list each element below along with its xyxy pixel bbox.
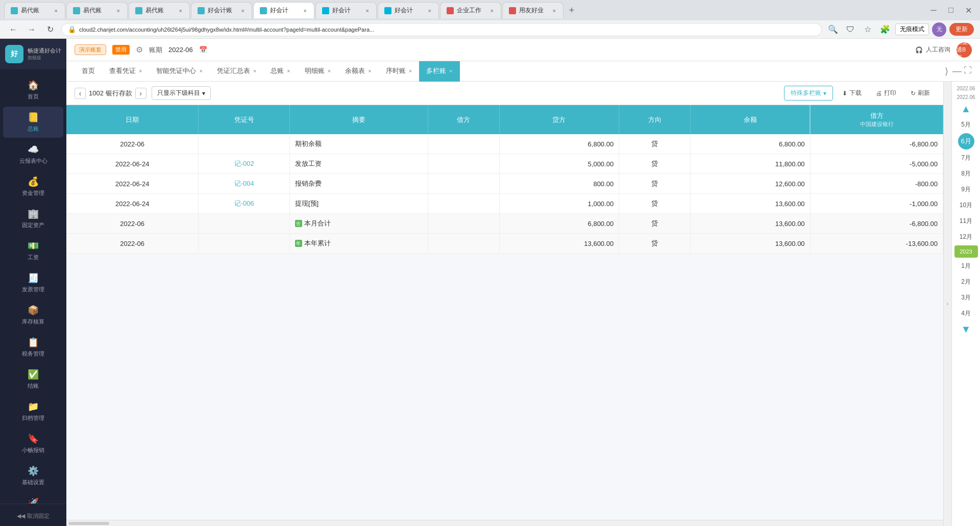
restore-button[interactable]: □: [943, 3, 959, 18]
cell-voucher-link[interactable]: 记-004: [199, 174, 290, 194]
sidebar-item-funds[interactable]: 💰 资金管理: [3, 171, 63, 202]
tab-close-6[interactable]: ×: [365, 7, 370, 15]
browser-user-avatar[interactable]: 无: [932, 22, 946, 37]
sidebar-item-invoice[interactable]: 🧾 发票管理: [3, 267, 63, 298]
tab-journal-close[interactable]: ×: [409, 68, 412, 74]
calendar-icon[interactable]: 📅: [199, 46, 207, 54]
extension-button[interactable]: 🧩: [878, 22, 892, 37]
browser-tab-7[interactable]: 好会计 ×: [378, 2, 439, 18]
sidebar-item-home[interactable]: 🏠 首页: [3, 74, 63, 106]
url-input[interactable]: 🔒 cloud2.chanjet.com/accounting/uh26t264…: [61, 23, 822, 36]
silent-mode-button[interactable]: 无痕模式: [895, 23, 929, 35]
tab-journal[interactable]: 序时账 ×: [379, 61, 419, 82]
tab-balance-close[interactable]: ×: [368, 68, 371, 74]
user-avatar[interactable]: 畅捷通B组...: [957, 42, 972, 58]
sidebar-item-expense[interactable]: 🔖 小畅报销: [3, 428, 63, 459]
gear-icon[interactable]: ⚙: [136, 45, 143, 55]
sidebar-item-guide[interactable]: 🚀 新手引导: [3, 492, 63, 504]
sidebar-item-payroll[interactable]: 💵 工资: [3, 235, 63, 266]
browser-tab-3[interactable]: 易代账 ×: [129, 2, 190, 18]
minimize-button[interactable]: ─: [926, 3, 941, 18]
month-jun[interactable]: 6月: [958, 133, 974, 149]
sidebar-item-fixed-assets[interactable]: 🏢 固定资产: [3, 203, 63, 234]
sidebar-item-archive[interactable]: 📁 归档管理: [3, 396, 63, 427]
tab-voucher-summary[interactable]: 凭证汇总表 ×: [210, 61, 263, 82]
browser-tab-2[interactable]: 易代账 ×: [66, 2, 128, 18]
browser-tab-8[interactable]: 企业工作 ×: [440, 2, 501, 18]
print-button[interactable]: 🖨 打印: [871, 86, 901, 100]
month-nov[interactable]: 11月: [954, 214, 978, 229]
tab-close-8[interactable]: ×: [489, 7, 495, 15]
sidebar-item-closing[interactable]: ✅ 结账: [3, 364, 63, 395]
month-dec[interactable]: 12月: [954, 230, 978, 244]
month-jan[interactable]: 1月: [954, 259, 978, 273]
sidebar-item-settings[interactable]: ⚙️ 基础设置: [3, 460, 63, 491]
sidebar-item-ledger[interactable]: 📒 总账: [3, 107, 63, 138]
pin-button[interactable]: ◀◀ 取消固定: [0, 508, 66, 524]
tab-home[interactable]: 首页: [75, 61, 102, 82]
browser-tab-5[interactable]: 好会计 ×: [253, 2, 314, 18]
back-button[interactable]: ←: [6, 22, 20, 37]
tab-detail-ledger[interactable]: 明细账 ×: [298, 61, 338, 82]
update-button[interactable]: 更新: [949, 23, 974, 36]
sidebar-item-cloud-reports[interactable]: ☁️ 云报表中心: [3, 139, 63, 170]
panel-expand-icon[interactable]: ⛶: [964, 66, 972, 77]
tab-smart-voucher[interactable]: 智能凭证中心 ×: [149, 61, 209, 82]
tab-close-4[interactable]: ×: [240, 7, 246, 15]
tab-home-label: 首页: [82, 66, 95, 76]
month-feb[interactable]: 2月: [954, 274, 978, 289]
month-jul[interactable]: 7月: [954, 151, 978, 165]
month-may[interactable]: 5月: [954, 117, 978, 132]
tab-general-ledger[interactable]: 总账 ×: [263, 61, 297, 82]
tab-close-3[interactable]: ×: [178, 7, 183, 15]
collapse-panel-button[interactable]: ›: [943, 82, 951, 526]
tab-detail-close[interactable]: ×: [328, 68, 331, 74]
browser-tab-4[interactable]: 好会计账 ×: [191, 2, 252, 18]
tab-voucher-close[interactable]: ×: [139, 68, 142, 74]
month-sep[interactable]: 9月: [954, 182, 978, 197]
next-account-button[interactable]: ›: [135, 88, 146, 99]
new-tab-button[interactable]: +: [565, 3, 579, 17]
user-service-button[interactable]: 🎧 人工咨询: [915, 45, 950, 54]
panel-up-arrow[interactable]: ▲: [959, 101, 973, 117]
tab-voucher-view[interactable]: 查看凭证 ×: [102, 61, 149, 82]
tab-close-1[interactable]: ×: [54, 7, 59, 15]
tab-collapse-button[interactable]: ⟩: [945, 66, 948, 77]
tab-close-7[interactable]: ×: [427, 7, 432, 15]
panel-down-arrow[interactable]: ▼: [959, 321, 973, 337]
panel-minimize-icon[interactable]: —: [952, 66, 962, 77]
sidebar-item-tax[interactable]: 📋 税务管理: [3, 332, 63, 363]
cell-voucher-link[interactable]: 记-002: [199, 154, 290, 174]
tab-close-9[interactable]: ×: [552, 7, 557, 15]
prev-account-button[interactable]: ‹: [75, 88, 86, 99]
month-mar[interactable]: 3月: [954, 290, 978, 305]
tab-label-4: 好会计账: [208, 6, 232, 15]
tab-summary-close[interactable]: ×: [253, 68, 256, 74]
month-apr[interactable]: 4月: [954, 306, 978, 321]
browser-tab-6[interactable]: 好会计 ×: [315, 2, 377, 18]
tab-close-5[interactable]: ×: [303, 7, 308, 15]
bookmark-button[interactable]: ☆: [861, 22, 875, 37]
browser-tab-1[interactable]: 易代账 ×: [4, 2, 65, 18]
tab-smart-close[interactable]: ×: [199, 68, 202, 74]
horizontal-scrollbar[interactable]: [66, 520, 943, 526]
cell-voucher-link[interactable]: 记-006: [199, 194, 290, 214]
month-oct[interactable]: 10月: [954, 198, 978, 213]
refresh-nav-button[interactable]: ↻: [43, 22, 57, 37]
forward-button[interactable]: →: [24, 22, 39, 37]
download-button[interactable]: ⬇ 下载: [837, 86, 867, 100]
tab-multi-column[interactable]: 多栏账 ×: [419, 61, 459, 82]
tab-balance[interactable]: 余额表 ×: [338, 61, 378, 82]
refresh-button[interactable]: ↻ 刷新: [905, 86, 935, 100]
subcategory-filter[interactable]: 只显示下级科目 ▾: [152, 86, 211, 100]
special-ledger-button[interactable]: 特殊多栏账 ▾: [784, 86, 833, 101]
close-button[interactable]: ✕: [961, 3, 976, 18]
tab-close-2[interactable]: ×: [116, 7, 121, 15]
scrollbar-thumb[interactable]: [68, 522, 109, 525]
tab-general-close[interactable]: ×: [287, 68, 290, 74]
sidebar-item-inventory[interactable]: 📦 库存核算: [3, 299, 63, 331]
browser-tab-9[interactable]: 用友好业 ×: [502, 2, 564, 18]
search-page-button[interactable]: 🔍: [826, 22, 840, 37]
month-aug[interactable]: 8月: [954, 166, 978, 181]
tab-multi-close[interactable]: ×: [449, 68, 452, 74]
